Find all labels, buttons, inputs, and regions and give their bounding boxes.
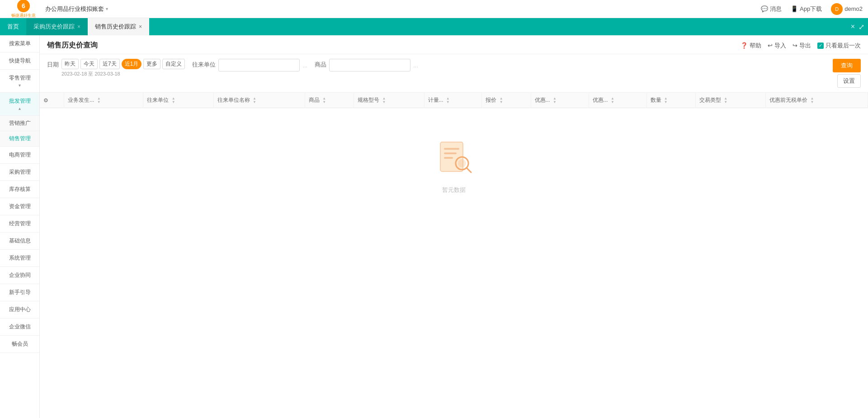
- top-header: 6 畅捷通好生意 办公用品行业模拟账套 ▾ 💬 消息 📱 App下载 D dem…: [0, 0, 868, 18]
- sort-icon: ▲▼: [810, 97, 814, 104]
- column-discount1[interactable]: 优惠... ▲▼: [531, 93, 589, 108]
- app-label: App下载: [800, 5, 822, 13]
- basic-info-label: 基础信息: [9, 237, 31, 245]
- partner-label: 往来单位: [192, 59, 216, 69]
- svg-rect-2: [444, 152, 457, 154]
- sidebar-item-inventory[interactable]: 库存核算: [0, 181, 39, 198]
- finance-label: 资金管理: [9, 203, 31, 210]
- column-partner-code[interactable]: 往来单位 ▲▼: [143, 93, 213, 108]
- industry-selector[interactable]: 办公用品行业模拟账套 ▾: [42, 5, 112, 13]
- user-menu-button[interactable]: D demo2: [831, 3, 863, 15]
- partner-input[interactable]: [218, 59, 300, 71]
- column-pre-tax-price[interactable]: 优惠前无税单价 ▲▼: [766, 93, 868, 108]
- only-last-label: 只看最后一次: [826, 42, 861, 50]
- search-button[interactable]: 查询: [833, 59, 861, 72]
- marketing-label: 营销推广: [9, 120, 31, 126]
- close-purchase-tab-icon[interactable]: ×: [77, 24, 80, 30]
- tab-bar: 首页 采购历史价跟踪 × 销售历史价跟踪 × × ⤢: [0, 18, 868, 35]
- maximize-window-icon[interactable]: ⤢: [859, 23, 864, 31]
- date-btn-more[interactable]: 更多: [143, 59, 160, 69]
- purchase-label: 采购管理: [9, 168, 31, 176]
- goods-input[interactable]: [329, 59, 410, 71]
- system-label: 系统管理: [9, 254, 31, 262]
- sidebar-item-wechat[interactable]: 企业微信: [0, 318, 39, 336]
- settings-button[interactable]: 设置: [837, 74, 861, 88]
- column-partner-name[interactable]: 往来单位名称 ▲▼: [213, 93, 305, 108]
- sidebar-item-enterprise-coop[interactable]: 企业协同: [0, 267, 39, 284]
- sort-icon: ▲▼: [253, 97, 256, 104]
- export-button[interactable]: ↪ 导出: [793, 42, 811, 50]
- export-label: 导出: [799, 42, 811, 50]
- page-header: 销售历史价查询 ❓ 帮助 ↩ 导入 ↪ 导出 ✓: [40, 35, 868, 54]
- sidebar-item-search-menu[interactable]: 搜索菜单: [0, 35, 39, 52]
- column-biz-date[interactable]: 业务发生... ▲▼: [64, 93, 143, 108]
- import-button[interactable]: ↩ 导入: [768, 42, 786, 50]
- sidebar-item-sales-mgmt[interactable]: 销售管理: [0, 131, 39, 147]
- sidebar-item-retail-mgmt[interactable]: 零售管理 ▾: [0, 70, 39, 93]
- sidebar-item-system[interactable]: 系统管理: [0, 250, 39, 267]
- column-unit[interactable]: 计量... ▲▼: [424, 93, 482, 108]
- inventory-label: 库存核算: [9, 185, 31, 193]
- tab-sales-history[interactable]: 销售历史价跟踪 ×: [88, 18, 149, 35]
- member-label: 畅会员: [12, 340, 28, 348]
- tab-purchase-history-label: 采购历史价跟踪: [33, 23, 75, 31]
- date-btn-custom[interactable]: 自定义: [162, 59, 185, 69]
- filter-right: 查询 设置: [833, 59, 861, 88]
- tab-purchase-history[interactable]: 采购历史价跟踪 ×: [26, 18, 88, 35]
- import-icon: ↩: [768, 42, 773, 49]
- column-discount2[interactable]: 优惠... ▲▼: [589, 93, 646, 108]
- sidebar-item-guide[interactable]: 新手引导: [0, 284, 39, 301]
- sidebar-item-basic-info[interactable]: 基础信息: [0, 233, 39, 250]
- sidebar-item-finance[interactable]: 资金管理: [0, 198, 39, 215]
- sidebar-item-purchase[interactable]: 采购管理: [0, 164, 39, 181]
- only-last-checkbox-label[interactable]: ✓ 只看最后一次: [817, 42, 861, 50]
- goods-label: 商品: [315, 59, 326, 69]
- help-button[interactable]: ❓ 帮助: [741, 42, 761, 50]
- column-goods[interactable]: 商品 ▲▼: [305, 93, 354, 108]
- tab-home[interactable]: 首页: [0, 18, 26, 35]
- export-icon: ↪: [793, 42, 797, 49]
- date-range-text: 2023-02-18 至 2023-03-18: [61, 71, 185, 77]
- close-window-icon[interactable]: ×: [851, 23, 855, 31]
- retail-mgmt-label: 零售管理: [9, 74, 31, 82]
- sidebar-item-marketing[interactable]: 营销推广: [0, 116, 39, 131]
- logo-area: 6 畅捷通好生意: [5, 0, 42, 19]
- goods-filter-group: 商品 ...: [315, 59, 418, 71]
- sidebar-item-wholesale-mgmt[interactable]: 批发管理 ▴: [0, 93, 39, 116]
- sales-mgmt-label: 销售管理: [9, 135, 31, 142]
- help-icon: ❓: [741, 42, 748, 49]
- partner-filter-group: 往来单位 ...: [192, 59, 307, 71]
- search-menu-label: 搜索菜单: [9, 40, 31, 48]
- column-price[interactable]: 报价 ▲▼: [482, 93, 531, 108]
- header-right: 💬 消息 📱 App下载 D demo2: [761, 3, 863, 15]
- sort-icon: ▲▼: [172, 97, 175, 104]
- date-btn-1month[interactable]: 近1月: [122, 59, 142, 69]
- partner-dots[interactable]: ...: [302, 62, 307, 69]
- table-header-row: ⚙ 业务发生... ▲▼ 往来单位 ▲▼ 往来单位名称: [40, 93, 868, 108]
- empty-text: 暂元数据: [442, 186, 466, 194]
- app-download-button[interactable]: 📱 App下载: [791, 5, 822, 13]
- sidebar-item-operation[interactable]: 经营管理: [0, 215, 39, 233]
- help-label: 帮助: [750, 42, 761, 50]
- message-button[interactable]: 💬 消息: [761, 5, 782, 13]
- column-settings[interactable]: ⚙: [40, 93, 64, 108]
- column-spec[interactable]: 规格型号 ▲▼: [354, 93, 424, 108]
- app-icon: 📱: [791, 5, 798, 12]
- date-btn-today[interactable]: 今天: [80, 59, 98, 69]
- date-buttons: 昨天 今天 近7天 近1月 更多 自定义: [61, 59, 185, 69]
- svg-rect-3: [444, 157, 453, 159]
- sidebar-item-member[interactable]: 畅会员: [0, 336, 39, 353]
- close-sales-tab-icon[interactable]: ×: [139, 24, 142, 30]
- column-trade-type[interactable]: 交易类型 ▲▼: [695, 93, 765, 108]
- goods-dots[interactable]: ...: [413, 62, 418, 69]
- date-btn-7days[interactable]: 近7天: [99, 59, 120, 69]
- content-area: 销售历史价查询 ❓ 帮助 ↩ 导入 ↪ 导出 ✓: [40, 35, 868, 418]
- sidebar-item-ecommerce[interactable]: 电商管理: [0, 147, 39, 164]
- date-label: 日期: [47, 59, 59, 69]
- column-qty[interactable]: 数量 ▲▼: [646, 93, 695, 108]
- sidebar-item-app-center[interactable]: 应用中心: [0, 301, 39, 318]
- sidebar-item-quick-nav[interactable]: 快捷导航: [0, 52, 39, 70]
- date-btn-yesterday[interactable]: 昨天: [61, 59, 79, 69]
- sort-icon: ▲▼: [611, 97, 614, 104]
- tab-actions: × ⤢: [851, 23, 868, 31]
